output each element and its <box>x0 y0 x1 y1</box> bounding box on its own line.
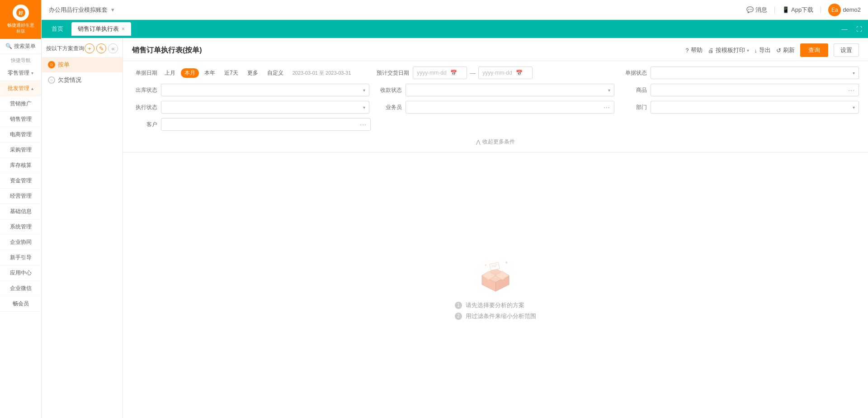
shortcut-this-year[interactable]: 本年 <box>201 68 219 78</box>
sidebar-nav-label[interactable]: 快捷导航 <box>0 54 41 66</box>
expected-date-end[interactable]: yyyy-mm-dd 📅 <box>478 66 533 79</box>
chevron-up-icon: ▴ <box>31 86 33 91</box>
maximize-icon: ⛶ <box>856 26 862 33</box>
exec-status-select[interactable]: ▾ <box>161 101 369 114</box>
edit-icon: ✎ <box>99 45 104 52</box>
dept-select[interactable]: ▾ <box>651 101 859 114</box>
username: demo2 <box>843 6 861 13</box>
out-status-select[interactable]: ▾ <box>161 84 369 96</box>
inactive-dot: ○ <box>48 76 55 84</box>
filter-section: 单据日期 上月 本月 本年 近7天 更多 自定义 2023-03-01 至 20… <box>123 61 868 152</box>
sidebar-item-finance[interactable]: 资金管理 <box>0 173 41 189</box>
help-btn[interactable]: ? 帮助 <box>685 46 702 54</box>
date-separator: — <box>470 70 476 76</box>
sidebar-item-wechat[interactable]: 企业微信 <box>0 281 41 296</box>
left-panel-title: 按以下方案查询 <box>46 45 84 52</box>
filter-cell-dept: 部门 ▾ <box>622 101 859 114</box>
refresh-btn[interactable]: ↺ 刷新 <box>776 46 795 54</box>
print-btn[interactable]: 🖨 按模板打印 ▾ <box>708 46 749 54</box>
collapse-panel-btn[interactable]: « <box>108 43 118 53</box>
collapse-icon: « <box>111 45 114 52</box>
svg-text:✦: ✦ <box>505 260 508 265</box>
filter-row-4: 客户 ··· <box>132 118 859 131</box>
shortcut-this-month[interactable]: 本月 <box>181 68 199 78</box>
sidebar-item-guide[interactable]: 新手引导 <box>0 250 41 266</box>
shortcut-custom[interactable]: 自定义 <box>264 68 287 78</box>
empty-tip-2: 2 用过滤条件来缩小分析范围 <box>455 312 536 320</box>
chevron-down-icon: ▾ <box>363 88 365 93</box>
collapse-filters-btn[interactable]: ⋀ 收起更多条件 <box>132 135 859 147</box>
sidebar-item-inventory[interactable]: 库存核算 <box>0 158 41 173</box>
sidebar-item-member[interactable]: 畅会员 <box>0 296 41 312</box>
add-icon: + <box>88 45 91 52</box>
sidebar-item-retail[interactable]: 零售管理 ▾ <box>0 66 41 81</box>
header-actions: 💬 消息 📱 App下载 Ea demo2 <box>746 4 861 16</box>
sidebar-item-appstore[interactable]: 应用中心 <box>0 266 41 281</box>
sidebar-item-enterprise[interactable]: 企业协同 <box>0 235 41 250</box>
tab-home-label: 首页 <box>52 25 63 33</box>
salesman-input[interactable]: ··· <box>406 101 614 114</box>
filter-cell-expected-date: 预计交货日期 yyyy-mm-dd 📅 — yyyy-mm-dd 📅 <box>377 66 614 79</box>
edit-scheme-btn[interactable]: ✎ <box>96 43 106 53</box>
tip-text-1: 请先选择要分析的方案 <box>466 301 524 309</box>
filter-cell-goods: 商品 ··· <box>622 84 859 96</box>
chevron-down-icon: ▾ <box>608 88 610 93</box>
right-panel: 销售订单执行表(按单) ? 帮助 🖨 按模板打印 ▾ ↓ 导出 <box>123 38 868 418</box>
sidebar-item-sales[interactable]: 销售管理 <box>0 112 41 127</box>
sidebar-item-purchase[interactable]: 采购管理 <box>0 142 41 158</box>
settings-btn[interactable]: 设置 <box>834 43 859 57</box>
active-dot: ⊙ <box>48 61 55 68</box>
sidebar-item-system[interactable]: 系统管理 <box>0 219 41 235</box>
empty-tips: 1 请先选择要分析的方案 2 用过滤条件来缩小分析范围 <box>455 301 536 320</box>
doc-status-select[interactable]: ▾ <box>651 66 859 79</box>
sidebar-item-marketing[interactable]: 营销推广 <box>0 96 41 112</box>
shortcut-last-month[interactable]: 上月 <box>161 68 179 78</box>
sidebar-item-label: 采购管理 <box>10 146 32 154</box>
search-label: 搜索菜单 <box>14 43 36 49</box>
goods-input[interactable]: ··· <box>651 84 859 96</box>
message-label: 消息 <box>755 6 767 14</box>
calendar-icon: 📅 <box>450 70 457 76</box>
shortcut-7days[interactable]: 近7天 <box>221 68 242 78</box>
tab-minimize-btn[interactable]: — <box>839 24 850 34</box>
refresh-icon: ↺ <box>776 47 781 54</box>
sidebar-item-ecommerce[interactable]: 电商管理 <box>0 127 41 142</box>
tab-sales-order[interactable]: 销售订单执行表 × <box>71 22 131 36</box>
sidebar-item-label: 基础信息 <box>10 208 32 215</box>
top-header: 办公用品行业模拟账套 ▾ 💬 消息 📱 App下载 Ea demo2 <box>42 0 868 20</box>
shortcut-more[interactable]: 更多 <box>244 68 262 78</box>
sidebar-search[interactable]: 🔍 搜索菜单 <box>0 39 41 54</box>
sidebar-item-wholesale[interactable]: 批发管理 ▴ <box>0 81 41 96</box>
user-menu[interactable]: Ea demo2 <box>828 4 861 16</box>
sidebar-item-label: 电商管理 <box>10 131 32 138</box>
scheme-item-order[interactable]: ⊙ 按单 <box>42 57 123 72</box>
app-download-btn[interactable]: 📱 App下载 <box>782 6 813 14</box>
more-icon: ··· <box>604 104 610 111</box>
sidebar-item-label: 新手引导 <box>10 254 32 261</box>
date-start-placeholder: yyyy-mm-dd <box>417 70 446 76</box>
chevron-down-icon: ▾ <box>853 71 855 76</box>
avatar: Ea <box>828 4 841 16</box>
recv-status-select[interactable]: ▾ <box>406 84 614 96</box>
logo[interactable]: 好 畅捷通好生意 标版 <box>0 0 41 39</box>
add-scheme-btn[interactable]: + <box>85 43 94 53</box>
customer-input[interactable]: ··· <box>161 118 371 131</box>
message-btn[interactable]: 💬 消息 <box>746 6 767 14</box>
empty-state: ✦ ✦ 1 请先选择要分析的方案 <box>455 251 536 320</box>
tip-text-2: 用过滤条件来缩小分析范围 <box>466 312 536 320</box>
breadcrumb-arrow[interactable]: ▾ <box>111 6 114 13</box>
export-btn[interactable]: ↓ 导出 <box>755 46 771 54</box>
scheme-item-shortage[interactable]: ○ 欠货情况 <box>42 72 123 88</box>
sidebar: 好 畅捷通好生意 标版 🔍 搜索菜单 快捷导航 零售管理 ▾ 批发管理 ▴ 营销… <box>0 0 42 418</box>
tab-home[interactable]: 首页 <box>45 22 70 36</box>
expected-date-start[interactable]: yyyy-mm-dd 📅 <box>413 66 467 79</box>
tab-maximize-btn[interactable]: ⛶ <box>854 24 864 34</box>
chevron-down-icon: ▾ <box>31 71 33 76</box>
query-btn[interactable]: 查询 <box>800 43 828 57</box>
chevron-down-icon: ▾ <box>363 105 365 110</box>
filter-cell-exec-status: 执行状态 ▾ <box>132 101 369 114</box>
more-icon: ··· <box>848 86 855 94</box>
sidebar-item-basic[interactable]: 基础信息 <box>0 204 41 219</box>
tab-close-btn[interactable]: × <box>122 26 125 32</box>
sidebar-item-operation[interactable]: 经营管理 <box>0 189 41 204</box>
